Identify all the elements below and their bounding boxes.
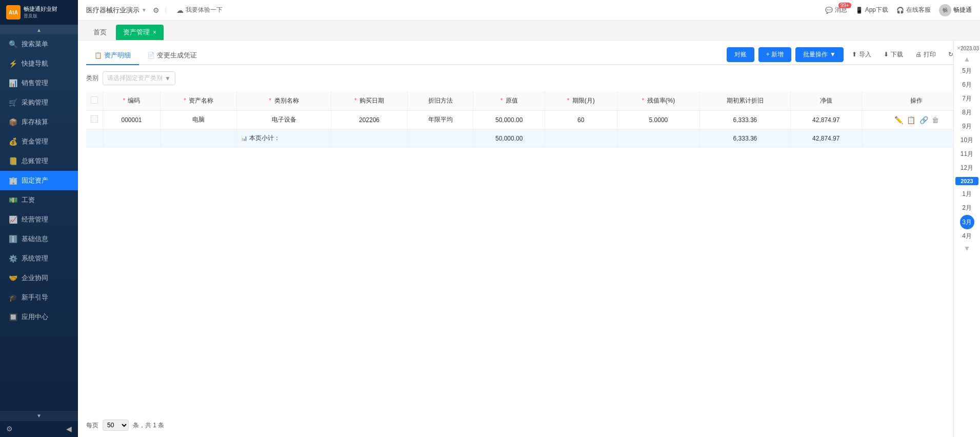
basic-icon: ℹ️ — [8, 235, 17, 243]
month-9[interactable]: 9月 — [954, 120, 980, 133]
cell-period: 60 — [545, 111, 617, 129]
month-feb[interactable]: 2月 — [954, 201, 980, 215]
sidebar-item-sales[interactable]: 📊 销售管理 — [0, 73, 78, 93]
salary-icon: 💵 — [8, 196, 17, 204]
cell-category: 电子设备 — [237, 111, 331, 129]
sidebar-item-fixed[interactable]: 🏢 固定资产 — [0, 171, 78, 190]
sidebar-item-salary[interactable]: 💵 工资 — [0, 190, 78, 210]
edit-btn[interactable]: ✏️ — [894, 116, 903, 124]
download-btn[interactable]: ⬇ 下载 — [879, 48, 907, 62]
message-icon: 💬 — [825, 7, 833, 14]
table-row: 000001 电脑 电子设备 202206 年限平均 50,000.00 60 … — [86, 111, 972, 129]
month-12[interactable]: 12月 — [954, 161, 980, 175]
assets-tab-icon: 📋 — [94, 52, 102, 59]
tab-home[interactable]: 首页 — [86, 25, 114, 40]
batch-btn[interactable]: 批量操作 ▼ — [795, 47, 844, 62]
panel-close-btn[interactable]: × — [957, 45, 961, 52]
month-7[interactable]: 7月 — [954, 92, 980, 106]
tabbar: 首页 资产管理 × — [78, 21, 980, 41]
guide-icon: 🎓 — [8, 293, 17, 302]
panel-scroll-up[interactable]: ▲ — [963, 54, 972, 64]
sidebar-item-inventory[interactable]: 📦 库存核算 — [0, 112, 78, 132]
voucher-tab-icon: 📄 — [147, 52, 155, 59]
col-purchase-date: * 购买日期 — [331, 91, 408, 111]
gear-icon[interactable]: ⚙ — [153, 6, 159, 14]
cell-net-value: 42,874.97 — [790, 111, 862, 129]
month-mar-active[interactable]: 3月 — [960, 215, 974, 229]
avatar: 畅 — [939, 4, 951, 16]
company-selector[interactable]: 医疗器械行业演示 ▼ — [86, 6, 147, 15]
main-area: 医疗器械行业演示 ▼ ⚙ ☁ 我要体验一下 💬 消息 99+ 📱 App下载 🎧… — [78, 0, 980, 437]
sub-tab-assets[interactable]: 📋 资产明细 — [86, 47, 139, 65]
username-label: 畅捷通 — [953, 6, 972, 14]
import-btn[interactable]: ⬆ 导入 — [848, 48, 875, 62]
cloud-icon: ☁ — [176, 6, 184, 14]
right-panel: × 2023.03 ⤢ ▲ 5月 6月 7月 8月 9月 10月 11月 12月… — [953, 41, 980, 437]
app-edition: 普及版 — [24, 13, 57, 19]
sidebar-item-coop[interactable]: 🤝 企业协同 — [0, 268, 78, 288]
filter-label: 类别 — [86, 74, 98, 83]
sidebar-item-purchase[interactable]: 🛒 采购管理 — [0, 93, 78, 112]
sidebar-item-ops[interactable]: 📈 经营管理 — [0, 210, 78, 229]
share-btn[interactable]: 🔗 — [919, 116, 928, 124]
download-btn[interactable]: 📱 App下载 — [855, 6, 888, 14]
sidebar-item-apps[interactable]: 🔲 应用中心 — [0, 307, 78, 327]
sidebar-item-basic[interactable]: ℹ️ 基础信息 — [0, 229, 78, 249]
filter-arrow-icon: ▼ — [165, 75, 171, 82]
per-page-select[interactable]: 50 10 20 100 — [103, 420, 129, 431]
tab-assets[interactable]: 资产管理 × — [116, 25, 164, 40]
tab-close-btn[interactable]: × — [153, 29, 156, 36]
month-8[interactable]: 8月 — [954, 106, 980, 120]
quicknav-icon: ⚡ — [8, 59, 17, 68]
logo-icon: AtA — [6, 5, 21, 19]
account-btn[interactable]: 对账 — [727, 47, 754, 62]
message-btn[interactable]: 💬 消息 99+ — [825, 6, 847, 14]
category-filter[interactable]: 请选择固定资产类别 ▼ — [103, 71, 175, 85]
month-jan[interactable]: 1月 — [954, 187, 980, 201]
topbar: 医疗器械行业演示 ▼ ⚙ ☁ 我要体验一下 💬 消息 99+ 📱 App下载 🎧… — [78, 0, 980, 21]
table: * 编码 * 资产名称 * 类别名称 — [86, 91, 972, 148]
table-header-row: * 编码 * 资产名称 * 类别名称 — [86, 91, 972, 111]
sidebar-item-system[interactable]: ⚙️ 系统管理 — [0, 249, 78, 268]
sidebar-item-guide[interactable]: 🎓 新手引导 — [0, 288, 78, 307]
cell-original-value: 50,000.00 — [473, 111, 545, 129]
cell-initial-accum: 6,333.36 — [700, 111, 790, 129]
month-10[interactable]: 10月 — [954, 133, 980, 147]
month-6[interactable]: 6月 — [954, 78, 980, 92]
sidebar-item-ledger[interactable]: 📒 总账管理 — [0, 151, 78, 171]
col-depreciation: 折旧方法 — [407, 91, 473, 111]
assets-table: * 编码 * 资产名称 * 类别名称 — [86, 91, 972, 415]
download-icon: ⬇ — [884, 51, 889, 58]
sidebar-item-search[interactable]: 🔍 搜索菜单 — [0, 34, 78, 54]
experience-btn[interactable]: ☁ 我要体验一下 — [176, 6, 223, 14]
sidebar-item-quicknav[interactable]: ⚡ 快捷导航 — [0, 54, 78, 73]
year-2023-badge: 2023 — [955, 177, 979, 185]
sidebar-bottom: ⚙ ◀ — [0, 420, 78, 437]
month-11[interactable]: 11月 — [954, 147, 980, 161]
import-icon: ⬆ — [852, 51, 857, 58]
print-btn[interactable]: 🖨 打印 — [911, 48, 940, 62]
refresh-icon: ↻ — [948, 51, 953, 58]
sub-tab-voucher[interactable]: 📄 变更生成凭证 — [139, 47, 205, 65]
cell-name: 电脑 — [161, 111, 237, 129]
cell-purchase-date: 202206 — [331, 111, 408, 129]
copy-btn[interactable]: 📋 — [907, 116, 915, 124]
cell-residual-rate: 5.0000 — [617, 111, 700, 129]
sidebar-scroll-down[interactable]: ▼ — [0, 411, 78, 420]
mobile-icon: 📱 — [855, 7, 863, 14]
month-apr[interactable]: 4月 — [954, 229, 980, 243]
row-checkbox[interactable] — [91, 115, 98, 123]
delete-btn[interactable]: 🗑 — [932, 116, 939, 124]
service-btn[interactable]: 🎧 在线客服 — [896, 6, 931, 14]
user-menu[interactable]: 畅 畅捷通 — [939, 4, 972, 16]
panel-scroll-down[interactable]: ▼ — [963, 243, 972, 253]
collapse-icon[interactable]: ◀ — [66, 425, 72, 433]
select-all-checkbox[interactable] — [91, 96, 98, 104]
month-5[interactable]: 5月 — [954, 64, 980, 78]
sidebar-scroll-up[interactable]: ▲ — [0, 25, 78, 34]
new-btn[interactable]: + 新增 — [758, 47, 791, 62]
filter-bar: 类别 请选择固定资产类别 ▼ — [86, 71, 972, 85]
sidebar-item-funds[interactable]: 💰 资金管理 — [0, 132, 78, 151]
cell-depreciation: 年限平均 — [407, 111, 473, 129]
settings-icon[interactable]: ⚙ — [6, 425, 13, 433]
